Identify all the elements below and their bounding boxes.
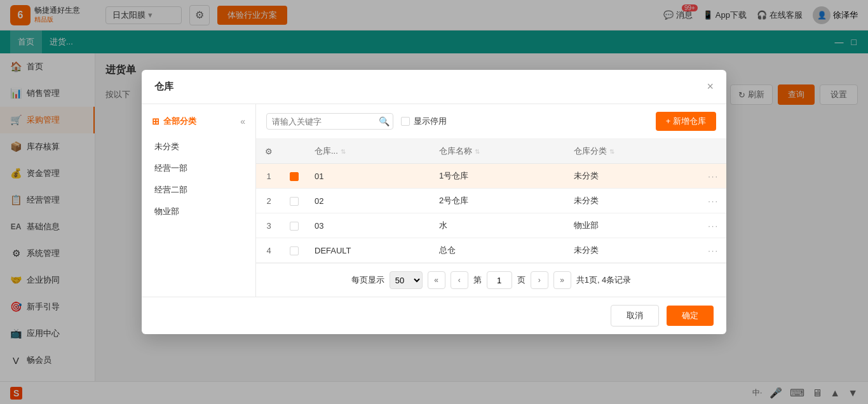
warehouse-table: ⚙ 仓库... ⇅ 仓库名称 <box>256 139 726 263</box>
warehouse-dialog: 仓库 × ⊞ 全部分类 « 未分类 经营一部 <box>142 70 726 334</box>
search-icon: 🔍 <box>379 116 390 126</box>
cancel-button[interactable]: 取消 <box>611 305 659 327</box>
th-category[interactable]: 仓库分类 ⇅ <box>566 139 701 164</box>
row-code: 03 <box>307 213 431 238</box>
all-category[interactable]: ⊞ 全部分类 <box>152 116 196 127</box>
dialog-footer: 取消 确定 <box>142 297 726 334</box>
dialog-header: 仓库 × <box>142 70 726 104</box>
row-check[interactable] <box>281 238 307 263</box>
sort-icon-category: ⇅ <box>609 148 614 155</box>
row-num: 3 <box>256 213 281 238</box>
row-name: 水 <box>431 213 566 238</box>
row-num: 2 <box>256 189 281 213</box>
page-suffix: 页 <box>517 274 526 286</box>
row-category: 未分类 <box>566 189 701 213</box>
row-more[interactable]: ··· <box>700 164 726 189</box>
collapse-button[interactable]: « <box>240 116 245 126</box>
left-panel: ⊞ 全部分类 « 未分类 经营一部 经营二部 物业部 <box>142 104 256 297</box>
search-input[interactable] <box>272 117 379 126</box>
row-checkbox[interactable] <box>290 197 299 206</box>
sort-icon-name: ⇅ <box>475 148 480 155</box>
category-item-unclassified[interactable]: 未分类 <box>142 136 255 158</box>
row-category: 物业部 <box>566 213 701 238</box>
table-row[interactable]: 1 01 1号仓库 未分类 ··· <box>256 164 726 189</box>
row-code: DEFAULT <box>307 238 431 263</box>
row-name: 2号仓库 <box>431 189 566 213</box>
th-code[interactable]: 仓库... ⇅ <box>307 139 431 164</box>
row-num: 4 <box>256 238 281 263</box>
table-row[interactable]: 3 03 水 物业部 ··· <box>256 213 726 238</box>
per-page-label: 每页显示 <box>351 274 384 286</box>
th-gear: ⚙ <box>256 139 281 164</box>
next-page-button[interactable]: › <box>531 271 548 289</box>
dialog-close-button[interactable]: × <box>707 80 714 93</box>
category-item-dept2[interactable]: 经营二部 <box>142 179 255 201</box>
row-name: 总仓 <box>431 238 566 263</box>
table-body: 1 01 1号仓库 未分类 ··· 2 02 2号仓库 未分类 ··· 3 03… <box>256 164 726 263</box>
table-row[interactable]: 2 02 2号仓库 未分类 ··· <box>256 189 726 213</box>
th-name[interactable]: 仓库名称 ⇅ <box>431 139 566 164</box>
grid-icon: ⊞ <box>152 116 159 126</box>
dialog-body: ⊞ 全部分类 « 未分类 经营一部 经营二部 物业部 <box>142 104 726 297</box>
table-wrapper: ⚙ 仓库... ⇅ 仓库名称 <box>256 139 726 263</box>
search-box[interactable]: 🔍 <box>266 113 393 130</box>
more-icon[interactable]: ··· <box>708 172 719 181</box>
page-number-input[interactable] <box>487 271 512 289</box>
row-checkbox[interactable] <box>290 172 299 181</box>
confirm-button[interactable]: 确定 <box>667 306 714 326</box>
row-check[interactable] <box>281 213 307 238</box>
left-panel-header: ⊞ 全部分类 « <box>142 112 255 131</box>
more-icon[interactable]: ··· <box>708 196 719 206</box>
pagination: 每页显示 50 10 20 100 « ‹ 第 页 <box>256 263 726 297</box>
row-check[interactable] <box>281 164 307 189</box>
th-actions <box>700 139 726 164</box>
right-toolbar: 🔍 显示停用 + 新增仓库 <box>256 104 726 139</box>
row-more[interactable]: ··· <box>700 213 726 238</box>
row-category: 未分类 <box>566 238 701 263</box>
row-check[interactable] <box>281 189 307 213</box>
th-check <box>281 139 307 164</box>
last-page-button[interactable]: » <box>553 271 571 289</box>
prev-page-button[interactable]: ‹ <box>451 271 468 289</box>
more-icon[interactable]: ··· <box>708 246 719 255</box>
category-item-property[interactable]: 物业部 <box>142 201 255 222</box>
row-name: 1号仓库 <box>431 164 566 189</box>
more-icon[interactable]: ··· <box>708 221 719 231</box>
table-row[interactable]: 4 DEFAULT 总仓 未分类 ··· <box>256 238 726 263</box>
row-code: 02 <box>307 189 431 213</box>
row-more[interactable]: ··· <box>700 189 726 213</box>
row-checkbox[interactable] <box>290 246 299 255</box>
modal-overlay: 仓库 × ⊞ 全部分类 « 未分类 经营一部 <box>0 0 868 404</box>
first-page-button[interactable]: « <box>428 271 445 289</box>
category-item-dept1[interactable]: 经营一部 <box>142 158 255 179</box>
show-disabled-label[interactable]: 显示停用 <box>401 116 447 127</box>
sort-icon-code: ⇅ <box>341 148 346 155</box>
add-warehouse-button[interactable]: + 新增仓库 <box>656 112 716 131</box>
row-num: 1 <box>256 164 281 189</box>
per-page-select[interactable]: 50 10 20 100 <box>390 271 423 289</box>
row-checkbox[interactable] <box>290 222 299 231</box>
row-more[interactable]: ··· <box>700 238 726 263</box>
page-label: 第 <box>473 274 482 286</box>
show-disabled-checkbox[interactable] <box>401 117 410 126</box>
total-info: 共1页, 4条记录 <box>576 274 632 286</box>
row-category: 未分类 <box>566 164 701 189</box>
row-code: 01 <box>307 164 431 189</box>
right-panel: 🔍 显示停用 + 新增仓库 ⚙ <box>256 104 726 297</box>
dialog-title: 仓库 <box>154 81 173 93</box>
table-header-row: ⚙ 仓库... ⇅ 仓库名称 <box>256 139 726 164</box>
